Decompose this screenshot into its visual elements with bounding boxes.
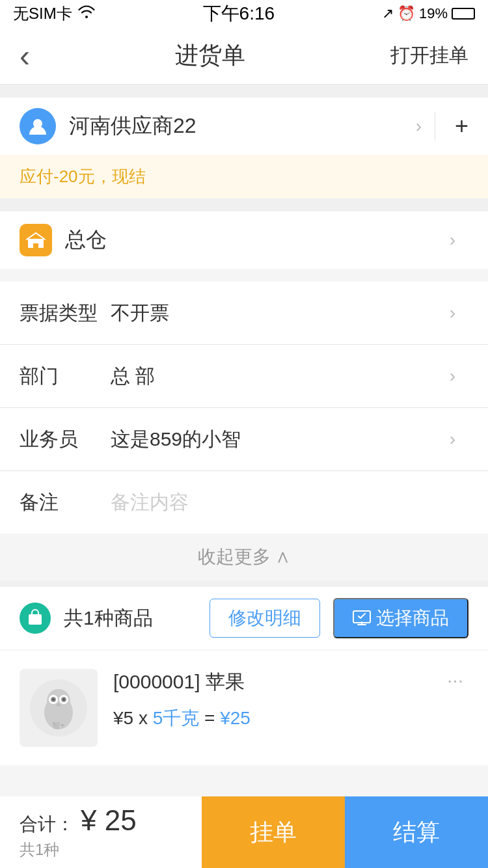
wifi-icon [77, 5, 96, 23]
product-code: [0000001] [113, 671, 200, 692]
collapse-bar[interactable]: 收起更多 ∧ [0, 534, 488, 580]
supplier-row[interactable]: 河南供应商22 › + [0, 98, 488, 155]
checkout-button[interactable]: 结算 [345, 796, 488, 868]
product-header: 共1种商品 修改明细 选择商品 [0, 587, 488, 649]
select-product-label: 选择商品 [376, 606, 449, 631]
alarm-icon: ⏰ [398, 5, 415, 22]
divider-3 [0, 580, 488, 587]
dept-value: 总 部 [111, 363, 450, 390]
location-icon: ↗ [382, 5, 394, 22]
salesperson-value: 这是859的小智 [111, 426, 450, 453]
remark-row[interactable]: 备注 备注内容 [0, 471, 488, 534]
equals-sign: = [204, 708, 220, 728]
invoice-chevron-icon: › [450, 303, 455, 323]
invoice-label: 票据类型 [20, 300, 111, 327]
battery-percent: 19% [419, 5, 448, 22]
product-name-text: 苹果 [206, 671, 245, 692]
carrier-text: 无SIM卡 [13, 3, 72, 24]
product-count: 共1种商品 [64, 605, 210, 632]
product-total: ¥25 [220, 708, 251, 728]
salesperson-chevron-icon: › [450, 429, 455, 450]
warehouse-chevron-icon: › [450, 230, 455, 251]
hang-button[interactable]: 挂单 [202, 796, 345, 868]
status-right: ↗ ⏰ 19% [382, 5, 475, 22]
product-icon [20, 603, 51, 634]
status-bar: 无SIM卡 下午6:16 ↗ ⏰ 19% [0, 0, 488, 27]
svg-point-12 [52, 698, 55, 701]
back-button[interactable]: ‹ [20, 38, 30, 74]
dept-chevron-icon: › [450, 366, 455, 387]
product-price: ¥5 x 5千克 = ¥25 [113, 706, 442, 731]
form-section: 票据类型 不开票 › 部门 总 部 › 业务员 这是859的小智 › 备注 备注… [0, 282, 488, 534]
time-display: 下午6:16 [203, 1, 275, 26]
add-supplier-button[interactable]: + [455, 113, 468, 140]
more-options-button[interactable]: ··· [442, 669, 468, 691]
product-qty: 5千克 [153, 708, 200, 728]
total-label: 合计： [20, 812, 74, 837]
divider-top [0, 85, 488, 98]
warehouse-icon [20, 224, 52, 256]
total-sub: 共1种 [20, 839, 202, 860]
open-hang-button[interactable]: 打开挂单 [390, 42, 468, 69]
multiply-sign: x [139, 708, 153, 728]
supplier-avatar [20, 108, 56, 144]
battery-icon [452, 8, 475, 20]
total-area: 合计： ¥ 25 共1种 [0, 796, 202, 868]
select-product-button[interactable]: 选择商品 [333, 598, 468, 638]
supplier-name: 河南供应商22 [69, 112, 416, 141]
remark-label: 备注 [20, 489, 111, 516]
hang-label: 挂单 [250, 817, 297, 848]
vertical-divider [435, 112, 435, 141]
status-left: 无SIM卡 [13, 3, 96, 24]
notice-bar: 应付-20元，现结 [0, 155, 488, 198]
page-title: 进货单 [175, 40, 245, 72]
dept-row[interactable]: 部门 总 部 › [0, 345, 488, 407]
total-amount: ¥ 25 [81, 804, 137, 837]
warehouse-name: 总仓 [65, 226, 450, 254]
product-name: [0000001] 苹果 [113, 669, 442, 696]
product-thumbnail: 智+ [20, 669, 98, 747]
invoice-value: 不开票 [111, 300, 450, 327]
nav-bar: ‹ 进货单 打开挂单 [0, 27, 488, 85]
svg-rect-3 [29, 614, 42, 625]
product-item: 智+ [0000001] 苹果 ¥5 x 5千克 = ¥25 ··· [0, 651, 488, 765]
salesperson-row[interactable]: 业务员 这是859的小智 › [0, 408, 488, 470]
product-info: [0000001] 苹果 ¥5 x 5千克 = ¥25 [113, 669, 442, 731]
divider-2 [0, 198, 488, 211]
checkout-label: 结算 [393, 817, 440, 848]
collapse-label: 收起更多 ∧ [198, 545, 291, 569]
edit-detail-button[interactable]: 修改明细 [210, 599, 320, 638]
svg-text:智+: 智+ [52, 721, 64, 730]
salesperson-label: 业务员 [20, 426, 111, 453]
svg-point-13 [62, 698, 65, 701]
warehouse-row[interactable]: 总仓 › [0, 211, 488, 269]
supplier-chevron-icon: › [416, 116, 422, 137]
svg-rect-2 [33, 243, 38, 248]
invoice-row[interactable]: 票据类型 不开票 › [0, 282, 488, 344]
dept-label: 部门 [20, 363, 111, 390]
unit-price: ¥5 [113, 708, 133, 728]
bottom-bar: 合计： ¥ 25 共1种 挂单 结算 [0, 796, 488, 868]
remark-input[interactable]: 备注内容 [111, 489, 468, 516]
